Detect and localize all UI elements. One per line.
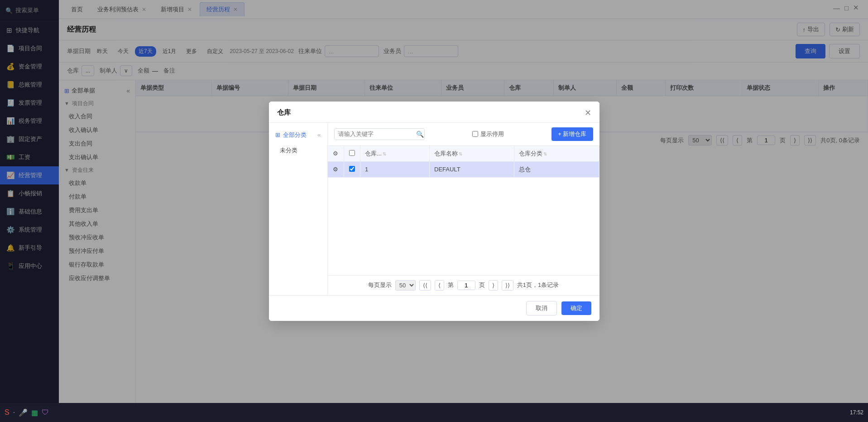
- modal-body: ⊞ 全部分类 « 未分类 🔍 显示停用: [269, 123, 599, 295]
- modal-tree-all[interactable]: ⊞ 全部分类 «: [269, 127, 327, 143]
- taskbar-icon-5[interactable]: 🛡: [42, 408, 49, 417]
- modal-pagination: 每页显示 50 ⟨⟨ ⟨ 第 页 ⟩ ⟩⟩ 共1页，1条记录: [328, 275, 599, 295]
- modal-per-page-label: 每页显示: [368, 281, 392, 289]
- modal-close-button[interactable]: ✕: [585, 108, 591, 118]
- select-all-checkbox[interactable]: [349, 150, 355, 156]
- show-disabled-checkbox[interactable]: [472, 131, 478, 137]
- taskbar-icon-3[interactable]: 🎤: [19, 408, 28, 417]
- taskbar-clock: 17:52: [850, 409, 863, 416]
- modal-search-box[interactable]: 🔍: [334, 128, 425, 140]
- modal-col-category: 仓库分类⇅: [514, 146, 599, 162]
- modal-col-settings[interactable]: ⚙: [328, 146, 344, 162]
- warehouse-modal: 仓库 ✕ ⊞ 全部分类 « 未分类: [269, 102, 599, 321]
- modal-header: 仓库 ✕: [269, 102, 599, 123]
- taskbar-icon-2[interactable]: ·: [13, 408, 15, 417]
- show-disabled-label[interactable]: 显示停用: [472, 130, 504, 138]
- row-settings: ⚙: [328, 161, 344, 177]
- row-name: 总仓: [514, 161, 599, 177]
- modal-page-suffix: 页: [479, 281, 485, 289]
- row-id: 1: [360, 161, 430, 177]
- modal-tree-collapse[interactable]: «: [317, 131, 321, 138]
- taskbar: S · 🎤 ▦ 🛡 17:52: [0, 403, 868, 422]
- taskbar-icons: S · 🎤 ▦ 🛡: [5, 408, 49, 417]
- modal-last-page[interactable]: ⟩⟩: [502, 280, 513, 291]
- modal-confirm-button[interactable]: 确定: [561, 301, 591, 315]
- modal-per-page-select[interactable]: 50: [395, 280, 416, 291]
- add-warehouse-button[interactable]: + 新增仓库: [551, 127, 593, 141]
- sort-icon-cat: ⇅: [543, 151, 547, 156]
- modal-table-wrap: ⚙ 仓库...⇅ 仓库名称⇅: [328, 146, 599, 275]
- modal-tree-all-label: 全部分类: [283, 131, 307, 139]
- modal-page-label: 第: [448, 281, 454, 289]
- modal-col-checkbox[interactable]: [344, 146, 360, 162]
- modal-tree: ⊞ 全部分类 « 未分类: [269, 123, 328, 295]
- modal-right-content: 🔍 显示停用 + 新增仓库 ⚙: [328, 123, 599, 295]
- sort-icon-name: ⇅: [459, 151, 462, 156]
- row-select-checkbox[interactable]: [349, 166, 355, 172]
- modal-title: 仓库: [277, 108, 291, 117]
- modal-tree-uncat-label: 未分类: [280, 146, 297, 155]
- row-code: DEFAULT: [430, 161, 514, 177]
- taskbar-icon-1[interactable]: S: [5, 408, 10, 417]
- modal-footer: 取消 确定: [269, 295, 599, 321]
- show-disabled-text: 显示停用: [480, 130, 504, 138]
- search-icon: 🔍: [416, 131, 424, 138]
- modal-page-input[interactable]: [457, 281, 475, 290]
- taskbar-icon-4[interactable]: ▦: [31, 408, 38, 417]
- modal-total: 共1页，1条记录: [517, 281, 559, 289]
- modal-search-input[interactable]: [338, 131, 414, 137]
- modal-toolbar: 🔍 显示停用 + 新增仓库: [328, 123, 599, 146]
- modal-tree-uncategorized[interactable]: 未分类: [269, 143, 327, 158]
- modal-overlay: 仓库 ✕ ⊞ 全部分类 « 未分类: [0, 0, 868, 422]
- modal-prev-page[interactable]: ⟨: [435, 280, 444, 291]
- row-checkbox[interactable]: [344, 161, 360, 177]
- modal-table-row[interactable]: ⚙ 1 DEFAULT 总仓: [328, 161, 599, 177]
- modal-table: ⚙ 仓库...⇅ 仓库名称⇅: [328, 146, 599, 178]
- modal-next-page[interactable]: ⟩: [489, 280, 498, 291]
- modal-first-page[interactable]: ⟨⟨: [419, 280, 431, 291]
- modal-col-code: 仓库...⇅: [360, 146, 430, 162]
- modal-cancel-button[interactable]: 取消: [526, 301, 557, 315]
- sort-icon-code: ⇅: [383, 151, 386, 156]
- tree-all-icon: ⊞: [275, 131, 280, 138]
- modal-col-name: 仓库名称⇅: [430, 146, 514, 162]
- add-warehouse-label: + 新增仓库: [558, 130, 586, 138]
